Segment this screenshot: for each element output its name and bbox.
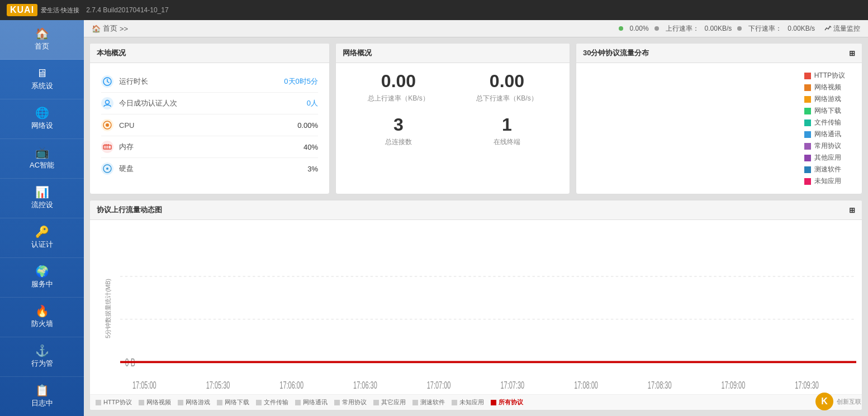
legend-label-download: 网络下载 [814, 106, 841, 116]
download-dot [737, 26, 742, 31]
chart-legend-all: 所有协议 [491, 398, 523, 407]
legend-unknown: 未知应用 [804, 176, 845, 186]
chart-legend-netcomm: 网络通讯 [295, 398, 328, 407]
sidebar-item-flow-control[interactable]: 📊 流控设 [0, 179, 84, 218]
sidebar-item-service[interactable]: 🌍 服务中 [0, 258, 84, 298]
legend-label-video: 网络视频 [814, 83, 841, 92]
auth-label: 今日成功认证人次 [119, 98, 301, 108]
chart-title-text: 协议上行流量动态图 [97, 205, 162, 215]
chart-legend-download: 网络下载 [217, 398, 249, 407]
top-bar: KUAI 爱生活·快连接 2.7.4 Build20170414-10_17 [0, 0, 868, 20]
legend-dot-http [804, 73, 811, 79]
sidebar-label-home: 首页 [35, 41, 49, 51]
chart-legend-bar: HTTP协议 网络视频 网络游戏 网络下载 文件传输 [90, 394, 862, 410]
build-info: 2.7.4 Build20170414-10_17 [86, 6, 168, 14]
chart-legend-video: 网络视频 [139, 398, 171, 407]
sidebar-item-auth[interactable]: 🔑 认证计 [0, 218, 84, 258]
svg-text:17:05:00: 17:05:00 [132, 379, 156, 391]
chart-legend-dot-unknown [452, 400, 457, 405]
connections-value: 3 [347, 114, 450, 135]
chart-legend-common: 常用协议 [334, 398, 367, 407]
content-area: 🏠 首页 >> 0.00% 上行速率： 0.00KB/s 下行速率： 0.00K… [84, 20, 868, 416]
logo-box: KUAI [7, 4, 37, 16]
download-label: 下行速率： [748, 24, 782, 34]
chart-expand-icon[interactable]: ⊞ [849, 206, 855, 214]
svg-text:17:07:00: 17:07:00 [427, 379, 451, 391]
stat-row-disk: 硬盘 3% [101, 158, 318, 179]
stat-row-cpu: CPU 0.00% [101, 114, 318, 136]
stat-row-memory: 内存 40% [101, 136, 318, 158]
local-card-title: 本地概况 [90, 44, 329, 63]
chart-legend-label-unknown: 未知应用 [459, 398, 484, 407]
sidebar-item-firewall[interactable]: 🔥 防火墙 [0, 298, 84, 337]
sidebar-item-ac-smart[interactable]: 📺 AC智能 [0, 139, 84, 179]
sidebar-label-service: 服务中 [31, 279, 53, 289]
svg-text:17:08:00: 17:08:00 [574, 379, 598, 391]
network-overview-card: 网络概况 0.00 总上行速率（KB/s） 0.00 总下行速率（KB/s） 3… [335, 43, 570, 194]
firewall-icon: 🔥 [35, 305, 49, 317]
chart-legend-dot-netcomm [295, 400, 301, 405]
sidebar-item-home[interactable]: 🏠 首页 [0, 20, 84, 60]
legend-netcomm: 网络通讯 [804, 130, 845, 139]
sidebar-label-log: 日志中 [31, 398, 53, 408]
disk-label: 硬盘 [119, 164, 302, 174]
expand-icon[interactable]: ⊞ [849, 49, 855, 58]
upload-rate-block: 0.00 总上行速率（KB/s） [347, 71, 450, 103]
breadcrumb-separator: >> [120, 25, 128, 33]
logo-sub: 爱生活·快连接 [41, 6, 79, 15]
main-layout: 🏠 首页 🖥 系统设 🌐 网络设 📺 AC智能 📊 流控设 🔑 认证计 🌍 服务… [0, 20, 868, 416]
sidebar-item-behavior[interactable]: ⚓ 行为管 [0, 337, 84, 377]
chart-legend-label-other: 其它应用 [381, 398, 406, 407]
local-card-body: 运行时长 0天0时5分 今日成功认证人次 0人 [90, 63, 329, 187]
bottom-logo-area: K 创新互联 [815, 393, 861, 410]
chart-legend-dot-other [373, 400, 379, 405]
legend-common: 常用协议 [804, 141, 845, 151]
legend-http: HTTP协议 [804, 71, 845, 80]
chart-svg: 0 B 17:05:00 17:05:30 17:06:00 17:06:30 … [120, 223, 856, 394]
home-breadcrumb-icon: 🏠 [92, 25, 101, 33]
svg-point-3 [106, 123, 109, 127]
download-rate-value: 0.00 [456, 71, 558, 92]
sidebar-item-log[interactable]: 📋 日志中 [0, 377, 84, 416]
legend-label-speedtest: 测速软件 [814, 165, 841, 174]
monitor-icon: 🖥 [36, 68, 48, 79]
legend-other: 其他应用 [804, 153, 845, 162]
sidebar-label-flow: 流控设 [31, 200, 53, 210]
connections-block: 3 总连接数 [347, 114, 450, 147]
legend-label-common: 常用协议 [814, 141, 841, 151]
network-card-body: 0.00 总上行速率（KB/s） 0.00 总下行速率（KB/s） 3 总连接数… [336, 63, 570, 155]
cpu-value: 0.00% [297, 121, 318, 130]
chart-legend-dot-all [491, 400, 496, 405]
chart-legend-game: 网络游戏 [178, 398, 210, 407]
uptime-label: 运行时长 [119, 76, 278, 87]
chuangxin-logo: K [815, 393, 833, 410]
traffic-monitor-link[interactable]: 流量监控 [824, 24, 860, 34]
logo-area: KUAI 爱生活·快连接 2.7.4 Build20170414-10_17 [7, 4, 169, 16]
legend-video: 网络视频 [804, 83, 845, 92]
home-icon: 🏠 [35, 28, 49, 39]
tv-icon: 📺 [35, 147, 49, 158]
stat-row-auth: 今日成功认证人次 0人 [101, 93, 318, 114]
breadcrumb-home[interactable]: 首页 [103, 23, 117, 34]
chart-legend-dot-filetransfer [256, 400, 262, 405]
cpu-label: CPU [119, 121, 292, 130]
svg-point-1 [106, 101, 110, 104]
download-rate-block: 0.00 总下行速率（KB/s） [456, 71, 558, 103]
chart-legend-filetransfer: 文件传输 [256, 398, 288, 407]
svg-text:17:06:00: 17:06:00 [279, 379, 303, 391]
sidebar-item-system-settings[interactable]: 🖥 系统设 [0, 60, 84, 99]
breadcrumb-left: 🏠 首页 >> [92, 23, 128, 34]
chart-legend-label-video: 网络视频 [146, 398, 171, 407]
sidebar-item-network-settings[interactable]: 🌐 网络设 [0, 99, 84, 139]
legend-dot-download [804, 108, 811, 114]
log-icon: 📋 [35, 385, 49, 396]
traffic-chart-section: 协议上行流量动态图 ⊞ 5分钟数据量统计(MB) [89, 200, 862, 410]
disk-icon [101, 162, 113, 175]
chart-legend-label-download: 网络下载 [225, 398, 249, 407]
cpu-icon [101, 119, 113, 131]
download-value: 0.00KB/s [788, 25, 815, 32]
sidebar-label-network: 网络设 [31, 121, 53, 131]
legend-label-other: 其他应用 [814, 153, 841, 162]
upload-value: 0.00KB/s [705, 25, 732, 32]
sidebar-label-behavior: 行为管 [31, 358, 53, 369]
